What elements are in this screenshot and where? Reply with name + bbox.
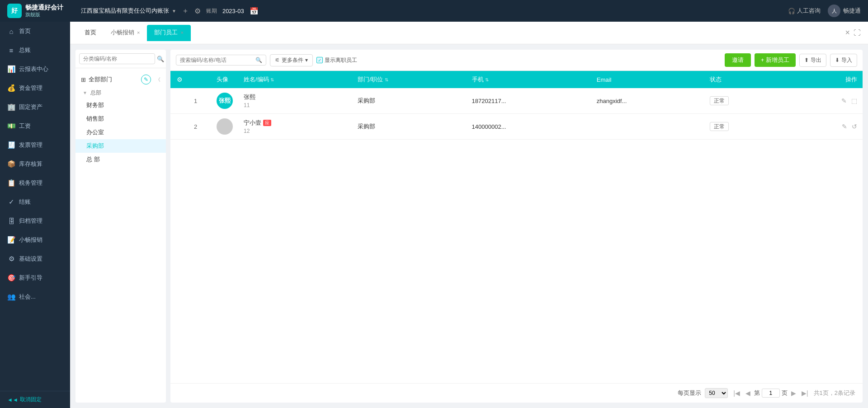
tab-expense-close[interactable]: ×	[137, 30, 140, 35]
employee-table-wrap: ⚙ 头像 姓名/编码 ⇅ 部门/职位	[170, 71, 863, 383]
sidebar-scroll: ⌂ 首页 ≡ 总账 📊 云报表中心 💰 资金管理 🏢 固定资产	[0, 22, 70, 391]
top-right: 🎧 人工咨询 人 畅捷通	[788, 5, 861, 17]
col-dept[interactable]: 部门/职位 ⇅	[352, 71, 466, 88]
page-size-select[interactable]: 50 20 100	[705, 388, 728, 398]
user-area[interactable]: 人 畅捷通	[828, 5, 861, 17]
tab-home[interactable]: 首页	[77, 25, 104, 41]
dept-edit-button[interactable]: ✎	[141, 75, 151, 84]
table-toolbar: 🔍 ⚟ 更多条件 ▾ ✓ 显示离职员工 邀请	[170, 50, 863, 71]
filter-arrow-icon: ▾	[305, 57, 308, 63]
company-selector[interactable]: 江西服宝精品有限责任公司内账张 ▼	[81, 7, 176, 15]
col-avatar: 头像	[211, 71, 238, 88]
sidebar-item-social[interactable]: 👥 社会...	[0, 287, 70, 306]
sidebar-label-funds: 资金管理	[19, 84, 42, 92]
page-first-button[interactable]: |◀	[731, 389, 742, 398]
inventory-icon: 📦	[7, 160, 15, 168]
page-next-button[interactable]: ▶	[789, 389, 798, 398]
row1-code: 11	[244, 102, 347, 108]
page-prev-button[interactable]: ◀	[744, 389, 752, 398]
dept-node-finance[interactable]: 财务部	[75, 98, 166, 112]
row2-phone: 140000002...	[467, 114, 591, 140]
employee-search-wrap: 🔍	[176, 55, 266, 66]
col-name[interactable]: 姓名/编码 ⇅	[238, 71, 352, 88]
import-button[interactable]: ⬇ 导入	[830, 54, 857, 67]
period-value: 2023-03	[222, 8, 244, 14]
dept-collapse-button[interactable]: 《	[156, 76, 160, 83]
calendar-icon[interactable]: 📅	[250, 7, 259, 15]
tab-expand-icon[interactable]: ⛶	[854, 29, 861, 37]
settings-button[interactable]: ⚙	[194, 7, 201, 15]
invite-button[interactable]: 邀请	[725, 53, 751, 67]
sidebar-item-inventory[interactable]: 📦 库存核算	[0, 155, 70, 174]
sidebar-item-ledger[interactable]: ≡ 总账	[0, 41, 70, 60]
col-name-sort-icon: ⇅	[270, 77, 274, 82]
sidebar-item-salary[interactable]: 💵 工资	[0, 117, 70, 136]
sidebar-item-funds[interactable]: 💰 资金管理	[0, 79, 70, 98]
tab-employees[interactable]: 部门员工 ×	[147, 25, 190, 41]
row2-refresh-icon[interactable]: ↺	[852, 123, 857, 130]
employee-panel: 🔍 ⚟ 更多条件 ▾ ✓ 显示离职员工 邀请	[170, 50, 863, 403]
page-number-input[interactable]	[762, 389, 780, 398]
sidebar-label-ledger: 总账	[19, 46, 31, 54]
support-button[interactable]: 🎧 人工咨询	[788, 7, 821, 15]
sidebar-item-expense[interactable]: 📝 小畅报销	[0, 230, 70, 249]
col-settings-icon[interactable]: ⚙	[177, 76, 183, 83]
show-resigned-area[interactable]: ✓ 显示离职员工	[316, 56, 357, 64]
sidebar-item-invoices[interactable]: 🧾 发票管理	[0, 136, 70, 155]
col-phone-sort-icon: ⇅	[485, 77, 489, 82]
col-phone-label: 手机	[472, 76, 484, 83]
export-button[interactable]: ⬆ 导出	[799, 54, 826, 67]
sidebar-item-close[interactable]: ✓ 结账	[0, 192, 70, 211]
page-total: 共1页，2条记录	[814, 389, 855, 397]
employee-search-icon[interactable]: 🔍	[255, 57, 262, 63]
toolbar-right: 邀请 + 新增员工 ⬆ 导出 ⬇ 导入	[725, 53, 857, 67]
row1-logout-icon[interactable]: ⬚	[851, 97, 857, 104]
col-email: Email	[591, 71, 704, 88]
page-last-button[interactable]: ▶|	[800, 389, 810, 398]
sidebar-item-assets[interactable]: 🏢 固定资产	[0, 98, 70, 117]
sidebar-label-settings: 基础设置	[19, 255, 42, 263]
sidebar-item-settings[interactable]: ⚙ 基础设置	[0, 249, 70, 268]
app-sub: 旗舰版	[25, 11, 63, 18]
tab-expense[interactable]: 小畅报销 ×	[104, 25, 147, 41]
add-tab-button[interactable]: ＋	[182, 6, 189, 16]
sidebar-label-home: 首页	[19, 27, 31, 35]
row1-status-badge: 正常	[710, 96, 729, 105]
sidebar-item-guide[interactable]: 🎯 新手引导	[0, 268, 70, 287]
page-content: 🔍 ⊞ 全部部门 ✎ 《 ▼ 总部 财务部	[70, 44, 868, 408]
row2-name-cell: 宁小壹 应 12	[238, 114, 352, 140]
dept-search-icon[interactable]: 🔍	[157, 56, 164, 62]
tab-home-label: 首页	[85, 28, 96, 37]
row2-edit-icon[interactable]: ✎	[842, 123, 847, 130]
cancel-fixed-button[interactable]: ◄◄ 取消固定	[0, 391, 70, 408]
dept-node-office[interactable]: 办公室	[75, 126, 166, 139]
row1-num: 1	[189, 88, 211, 114]
row2-dept: 采购部	[352, 114, 466, 140]
add-employee-button[interactable]: + 新增员工	[755, 53, 796, 67]
col-action: 操作	[795, 71, 863, 88]
row2-email	[591, 114, 704, 140]
user-avatar: 人	[828, 5, 840, 17]
row2-num: 2	[189, 114, 211, 140]
sidebar-item-home[interactable]: ⌂ 首页	[0, 22, 70, 41]
employee-search-input[interactable]	[180, 57, 255, 63]
dept-node-headquarters[interactable]: 总 部	[75, 153, 166, 166]
dept-node-sales[interactable]: 销售部	[75, 112, 166, 126]
tab-close-all-icon[interactable]: ×	[845, 28, 850, 38]
filter-button[interactable]: ⚟ 更多条件 ▾	[270, 54, 313, 66]
dept-all-button[interactable]: ⊞ 全部部门 ✎ 《	[75, 72, 166, 87]
row1-edit-icon[interactable]: ✎	[841, 97, 847, 104]
row2-badge: 应	[263, 120, 271, 126]
show-resigned-checkbox[interactable]: ✓	[316, 57, 323, 63]
page-size-dropdown[interactable]: 50 20 100	[705, 388, 728, 398]
dept-search-input[interactable]	[79, 53, 155, 64]
sidebar-item-tax[interactable]: 📋 税务管理	[0, 174, 70, 192]
row1-name-cell: 张熙 11	[238, 88, 352, 114]
col-phone[interactable]: 手机 ⇅	[467, 71, 591, 88]
sidebar-label-guide: 新手引导	[19, 274, 42, 282]
sidebar-item-reports[interactable]: 📊 云报表中心	[0, 60, 70, 79]
filter-icon: ⚟	[275, 57, 280, 63]
tab-employees-close[interactable]: ×	[180, 30, 183, 35]
sidebar-item-archive[interactable]: 🗄 归档管理	[0, 211, 70, 230]
dept-node-purchase[interactable]: 采购部	[75, 139, 166, 153]
